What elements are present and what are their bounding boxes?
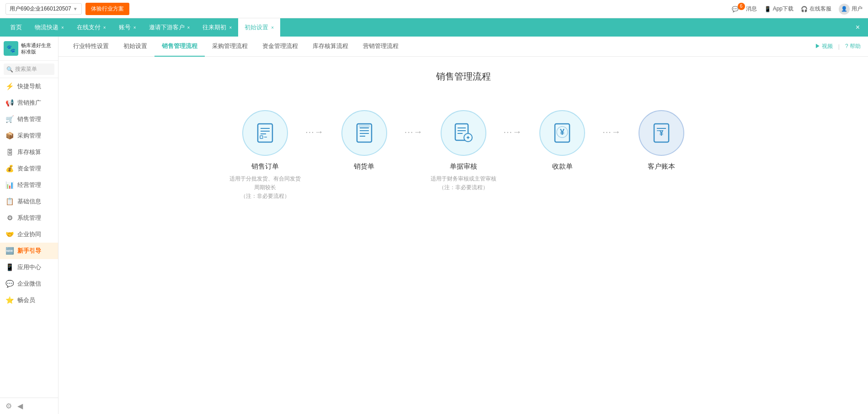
flow-content: 销售管理流程 销售订单 <box>59 57 868 215</box>
finance-icon: 💰 <box>5 165 14 173</box>
sidebar-search-container: 🔍 搜索菜单 <box>0 61 58 78</box>
logo-icon: 🐾 <box>4 41 18 56</box>
sidebar-item-system[interactable]: ⚙ 系统管理 <box>0 210 58 226</box>
subnav-sales-flow[interactable]: 销售管理流程 <box>154 37 205 57</box>
sidebar-item-purchase-label: 采购管理 <box>17 132 41 140</box>
operations-icon: 📊 <box>5 181 14 189</box>
flow-step-invoice: 销货单 <box>328 110 401 175</box>
nav-opening-close-icon[interactable]: × <box>229 25 232 30</box>
basic-icon: 📋 <box>5 197 14 206</box>
nav-account[interactable]: 账号 × <box>112 18 143 37</box>
user-selector[interactable]: 用户690企业1660120507 ▼ <box>5 3 82 15</box>
service-item[interactable]: 🎧 在线客服 <box>801 5 831 13</box>
subnav-finance-flow[interactable]: 资金管理流程 <box>255 37 305 57</box>
invoice-icon <box>353 122 375 144</box>
audit-icon <box>453 122 474 144</box>
sidebar-search[interactable]: 🔍 搜索菜单 <box>4 64 54 75</box>
video-link[interactable]: ▶ 视频 <box>815 42 833 50</box>
close-all-tabs-button[interactable]: × <box>851 23 864 32</box>
flow-circle-audit <box>441 110 486 156</box>
message-item[interactable]: 💬 6 消息 <box>732 5 757 13</box>
settings-icon[interactable]: ⚙ <box>5 402 12 410</box>
app-download-item[interactable]: 📱 App下载 <box>764 5 793 13</box>
sales-icon: 🛒 <box>5 115 14 123</box>
subnav-initial[interactable]: 初始设置 <box>116 37 154 57</box>
nav-payment[interactable]: 在线支付 × <box>70 18 112 37</box>
sidebar-item-operations[interactable]: 📊 经营管理 <box>0 177 58 193</box>
sidebar-item-wechat-label: 企业微信 <box>17 280 41 288</box>
user-profile-item[interactable]: 👤 用户 <box>839 4 863 15</box>
collapse-icon[interactable]: ◀ <box>17 402 23 410</box>
sidebar-item-quicknav[interactable]: ⚡ 快捷导航 <box>0 78 58 95</box>
nav-initial-settings[interactable]: 初始设置 × <box>238 18 280 37</box>
sidebar-item-inventory-label: 库存核算 <box>17 148 41 156</box>
avatar: 👤 <box>839 4 850 15</box>
guide-icon: 🆕 <box>5 247 14 255</box>
nav-logistics[interactable]: 物流快递 × <box>28 18 70 37</box>
flow-arrow-2: ···→ <box>405 110 423 137</box>
nav-home[interactable]: 首页 <box>4 18 28 37</box>
sidebar-item-sales-label: 销售管理 <box>17 115 41 123</box>
sidebar-item-wechat[interactable]: 💬 企业微信 <box>0 276 58 292</box>
nav-invite[interactable]: 邀请下游客户 × <box>143 18 197 37</box>
message-label: 消息 <box>746 5 757 13</box>
sidebar-item-purchase[interactable]: 📦 采购管理 <box>0 127 58 144</box>
step-sales-order-desc: 适用于分批发货、有合同发货周期较长 （注：非必要流程） <box>229 175 302 201</box>
subnav-industry[interactable]: 行业特性设置 <box>66 37 116 57</box>
sidebar-item-marketing[interactable]: 📢 营销推广 <box>0 95 58 111</box>
sidebar-item-operations-label: 经营管理 <box>17 181 41 189</box>
trial-button[interactable]: 体验行业方案 <box>85 3 129 15</box>
nav-account-label: 账号 <box>119 23 131 32</box>
message-badge: 6 <box>738 3 745 10</box>
sidebar-item-apps-label: 应用中心 <box>17 263 41 271</box>
play-icon: ▶ <box>815 43 820 49</box>
sub-nav-right: ▶ 视频 | ? 帮助 <box>815 42 861 50</box>
sidebar-item-coop[interactable]: 🤝 企业协同 <box>0 226 58 243</box>
nav-account-close-icon[interactable]: × <box>133 25 136 30</box>
sidebar-item-apps[interactable]: 📱 应用中心 <box>0 259 58 276</box>
marketing-icon: 📢 <box>5 99 14 107</box>
sidebar-item-finance[interactable]: 💰 资金管理 <box>0 160 58 177</box>
flow-arrow-3: ···→ <box>504 110 522 137</box>
receipt-icon: ¥ <box>551 122 573 144</box>
nav-invite-label: 邀请下游客户 <box>149 23 185 32</box>
nav-logistics-close-icon[interactable]: × <box>61 25 64 30</box>
purchase-icon: 📦 <box>5 132 14 140</box>
sidebar-item-finance-label: 资金管理 <box>17 165 41 173</box>
sidebar-logo: 🐾 畅库通好生意 标准版 <box>0 37 58 61</box>
inventory-icon: 🗄 <box>5 148 14 156</box>
subnav-purchase-flow[interactable]: 采购管理流程 <box>205 37 255 57</box>
subnav-marketing-flow[interactable]: 营销管理流程 <box>356 37 406 57</box>
step-audit-name: 单据审核 <box>450 162 477 171</box>
sidebar-item-guide[interactable]: 🆕 新手引导 <box>0 243 58 259</box>
flow-diagram: 销售订单 适用于分批发货、有合同发货周期较长 （注：非必要流程） ···→ <box>77 110 850 201</box>
nav-initial-settings-label: 初始设置 <box>245 23 268 32</box>
sidebar-item-sales[interactable]: 🛒 销售管理 <box>0 111 58 127</box>
sub-nav: 行业特性设置 初始设置 销售管理流程 采购管理流程 资金管理流程 库存核算流程 … <box>59 37 868 57</box>
nav-opening[interactable]: 往来期初 × <box>196 18 238 37</box>
flow-arrow-4: ···→ <box>602 110 621 137</box>
sidebar-item-member[interactable]: ⭐ 畅会员 <box>0 292 58 308</box>
sidebar-item-inventory[interactable]: 🗄 库存核算 <box>0 144 58 160</box>
main-layout: 🐾 畅库通好生意 标准版 🔍 搜索菜单 ⚡ 快捷导航 📢 营销推广 <box>0 37 868 414</box>
subnav-inventory-flow[interactable]: 库存核算流程 <box>305 37 356 57</box>
nav-initial-settings-close-icon[interactable]: × <box>271 25 274 30</box>
user-display-name: 用户 <box>852 5 863 13</box>
nav-home-label: 首页 <box>10 23 22 32</box>
svg-rect-0 <box>258 124 272 142</box>
nav-opening-label: 往来期初 <box>202 23 226 32</box>
nav-invite-close-icon[interactable]: × <box>187 25 190 30</box>
sidebar-item-quicknav-label: 快捷导航 <box>17 82 41 90</box>
system-icon: ⚙ <box>5 214 14 222</box>
top-bar-left: 用户690企业1660120507 ▼ 体验行业方案 <box>5 3 129 15</box>
nav-logistics-label: 物流快递 <box>35 23 59 32</box>
help-link[interactable]: ? 帮助 <box>845 42 861 50</box>
logo-text: 畅库通好生意 标准版 <box>21 42 51 55</box>
search-icon: 🔍 <box>6 66 13 73</box>
flow-step-audit: 单据审核 适用于财务审核或主管审核 （注：非必要流程） <box>427 110 500 192</box>
wechat-icon: 💬 <box>5 280 14 288</box>
nav-payment-close-icon[interactable]: × <box>103 25 106 30</box>
sidebar-item-basic[interactable]: 📋 基础信息 <box>0 193 58 210</box>
quicknav-icon: ⚡ <box>5 82 14 90</box>
sidebar-item-basic-label: 基础信息 <box>17 197 41 206</box>
